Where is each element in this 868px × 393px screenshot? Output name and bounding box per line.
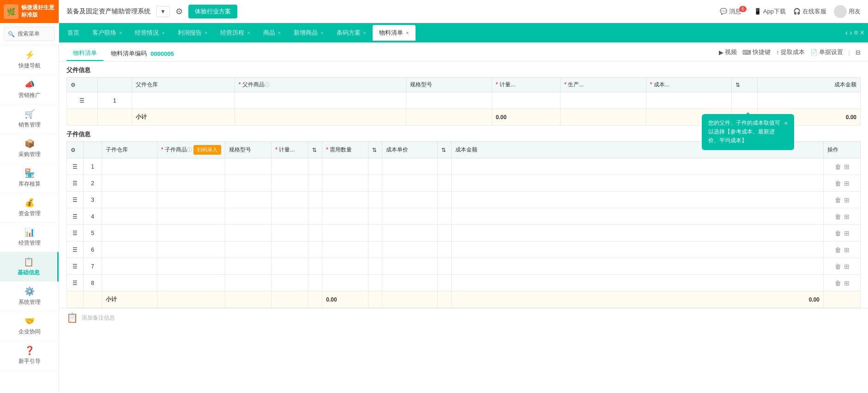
- child-row-qty-sort-7[interactable]: [368, 258, 382, 275]
- tab-operations-status[interactable]: 经营情况 ×: [128, 25, 171, 41]
- child-row-qty-6[interactable]: [322, 242, 368, 258]
- parent-row-production[interactable]: [561, 92, 646, 109]
- sidebar-item-marketing[interactable]: 📣 营销推广: [0, 75, 59, 104]
- child-row-gear-5[interactable]: ☰: [67, 225, 84, 242]
- sidebar-item-quick-nav[interactable]: ⚡ 快捷导航: [0, 45, 59, 75]
- child-row-unit-cost-sort-7[interactable]: [438, 258, 452, 275]
- child-row-unit-4[interactable]: [271, 208, 308, 225]
- tooltip-close-button[interactable]: ×: [784, 119, 788, 128]
- child-row-spec-6[interactable]: [225, 242, 271, 258]
- trial-button[interactable]: 体验行业方案: [188, 5, 237, 18]
- child-row-gear-6[interactable]: ☰: [67, 242, 84, 258]
- tab-customers[interactable]: 客户联络 ×: [86, 25, 128, 41]
- child-row-qty-sort-8[interactable]: [368, 275, 382, 291]
- extract-cost-button[interactable]: ↑ 提取成本: [776, 48, 805, 56]
- parent-row-cost[interactable]: [646, 92, 732, 109]
- copy-icon[interactable]: ⊞: [844, 213, 850, 220]
- tab-operations-history[interactable]: 经营历程 ×: [214, 25, 256, 41]
- child-row-sort-5[interactable]: [308, 225, 322, 242]
- tab-close-profit-report[interactable]: ×: [205, 30, 207, 36]
- online-service-button[interactable]: 🎧 在线客服: [793, 7, 826, 16]
- child-row-product-6[interactable]: [157, 242, 225, 258]
- child-row-cost-amount-1[interactable]: [452, 158, 824, 175]
- child-row-cost-amount-7[interactable]: [452, 258, 824, 275]
- child-row-sort-3[interactable]: [308, 192, 322, 208]
- child-row-spec-5[interactable]: [225, 225, 271, 242]
- child-row-unit-cost-sort-8[interactable]: [438, 275, 452, 291]
- child-row-warehouse-4[interactable]: [102, 208, 157, 225]
- child-col-gear[interactable]: ⚙: [67, 142, 84, 158]
- child-row-gear-7[interactable]: ☰: [67, 258, 84, 275]
- delete-icon[interactable]: 🗑: [835, 230, 841, 237]
- child-row-product-3[interactable]: [157, 192, 225, 208]
- tab-barcode-plan[interactable]: 条码方案 ×: [330, 25, 373, 41]
- tab-products[interactable]: 商品 ×: [257, 25, 287, 41]
- settings-button[interactable]: ⚙: [175, 6, 183, 17]
- child-row-warehouse-5[interactable]: [102, 225, 157, 242]
- child-row-warehouse-8[interactable]: [102, 275, 157, 291]
- child-row-unit-cost-sort-1[interactable]: [438, 158, 452, 175]
- child-row-gear-4[interactable]: ☰: [67, 208, 84, 225]
- copy-icon[interactable]: ⊞: [844, 263, 850, 270]
- child-row-warehouse-1[interactable]: [102, 158, 157, 175]
- sub-tab-bom[interactable]: 物料清单: [66, 46, 103, 61]
- child-row-gear-8[interactable]: ☰: [67, 275, 84, 291]
- delete-icon[interactable]: 🗑: [835, 246, 841, 254]
- sidebar-item-cooperation[interactable]: 🤝 企业协同: [0, 311, 59, 341]
- sidebar-item-guide[interactable]: ❓ 新手引导: [0, 341, 59, 370]
- sidebar-item-sales[interactable]: 🛒 销售管理: [0, 104, 59, 134]
- child-row-spec-3[interactable]: [225, 192, 271, 208]
- parent-row-warehouse[interactable]: [132, 92, 235, 109]
- child-row-qty-sort-5[interactable]: [368, 225, 382, 242]
- tab-profit-report[interactable]: 利润报告 ×: [171, 25, 214, 41]
- child-row-spec-4[interactable]: [225, 208, 271, 225]
- copy-icon[interactable]: ⊞: [844, 180, 850, 187]
- child-row-qty-1[interactable]: [322, 158, 368, 175]
- child-row-unit-cost-5[interactable]: [382, 225, 438, 242]
- child-row-warehouse-6[interactable]: [102, 242, 157, 258]
- child-row-qty-7[interactable]: [322, 258, 368, 275]
- sidebar-item-purchase[interactable]: 📦 采购管理: [0, 134, 59, 163]
- sidebar-item-basic-info[interactable]: 📋 基础信息: [0, 252, 59, 282]
- tab-new-products[interactable]: 新增商品 ×: [287, 25, 330, 41]
- delete-icon[interactable]: 🗑: [835, 263, 841, 270]
- copy-icon[interactable]: ⊞: [844, 230, 850, 237]
- user-profile-button[interactable]: 用友: [834, 5, 861, 18]
- child-row-qty-sort-4[interactable]: [368, 208, 382, 225]
- child-row-product-4[interactable]: [157, 208, 225, 225]
- copy-icon[interactable]: ⊞: [844, 196, 850, 204]
- parent-row-sort[interactable]: [732, 92, 758, 109]
- child-row-qty-2[interactable]: [322, 175, 368, 192]
- child-row-qty-sort-6[interactable]: [368, 242, 382, 258]
- child-row-qty-4[interactable]: [322, 208, 368, 225]
- child-row-warehouse-3[interactable]: [102, 192, 157, 208]
- child-row-sort-6[interactable]: [308, 242, 322, 258]
- tab-close-new-products[interactable]: ×: [320, 30, 323, 36]
- copy-icon[interactable]: ⊞: [844, 279, 850, 287]
- child-row-unit-1[interactable]: [271, 158, 308, 175]
- child-row-unit-cost-sort-2[interactable]: [438, 175, 452, 192]
- child-row-qty-sort-3[interactable]: [368, 192, 382, 208]
- parent-row-spec[interactable]: [406, 92, 492, 109]
- delete-icon[interactable]: 🗑: [835, 213, 841, 220]
- child-row-qty-3[interactable]: [322, 192, 368, 208]
- parent-row-unit[interactable]: [492, 92, 561, 109]
- child-row-sort-1[interactable]: [308, 158, 322, 175]
- child-row-warehouse-2[interactable]: [102, 175, 157, 192]
- child-row-unit-cost-8[interactable]: [382, 275, 438, 291]
- copy-icon[interactable]: ⊞: [844, 163, 850, 170]
- toolbar-collapse-button[interactable]: ⊟: [856, 49, 861, 56]
- child-row-sort-7[interactable]: [308, 258, 322, 275]
- message-button[interactable]: 💬 消息 6: [720, 7, 747, 16]
- system-dropdown-button[interactable]: ▼: [156, 6, 170, 17]
- child-row-cost-amount-6[interactable]: [452, 242, 824, 258]
- child-row-cost-amount-8[interactable]: [452, 275, 824, 291]
- child-row-unit-cost-sort-3[interactable]: [438, 192, 452, 208]
- tab-menu-button[interactable]: ≡: [854, 29, 858, 37]
- tab-close-customers[interactable]: ×: [119, 30, 122, 36]
- child-row-qty-5[interactable]: [322, 225, 368, 242]
- child-row-qty-8[interactable]: [322, 275, 368, 291]
- child-row-warehouse-7[interactable]: [102, 258, 157, 275]
- child-row-sort-2[interactable]: [308, 175, 322, 192]
- child-row-product-2[interactable]: [157, 175, 225, 192]
